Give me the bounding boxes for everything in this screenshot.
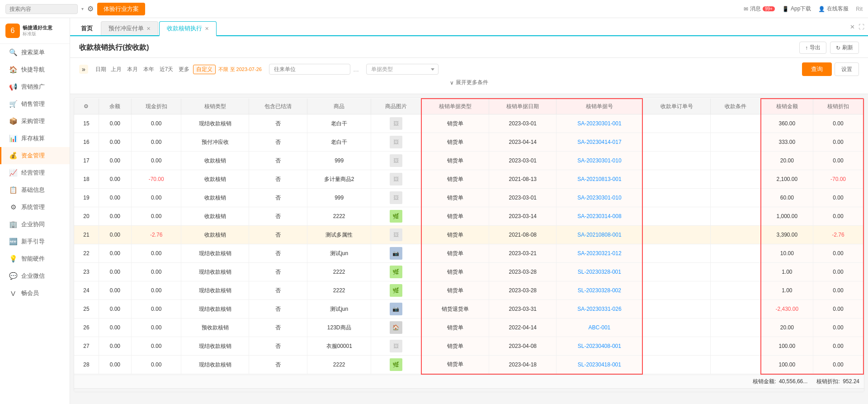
message-button[interactable]: ✉ 消息 99+	[744, 5, 775, 13]
online-service-button[interactable]: 👤 在线客服	[818, 5, 849, 13]
doc-link[interactable]: ABC-001	[589, 324, 611, 331]
doc-link[interactable]: SA-20230314-008	[577, 213, 621, 219]
tab-home[interactable]: 首页	[74, 22, 100, 35]
cell-doc_no[interactable]: SL-20230328-001	[557, 263, 643, 281]
cell-doc_no[interactable]: SA-20230314-008	[557, 207, 643, 226]
cell-cash_discount: 0.00	[131, 114, 181, 133]
sidebar-item-inventory[interactable]: 📊库存核算	[0, 130, 70, 147]
sidebar-item-corp[interactable]: 🏢企业协同	[0, 216, 70, 233]
cell-settings: 26	[74, 318, 99, 337]
cell-writeoff_discount: 0.00	[813, 263, 864, 281]
cell-doc_no[interactable]: SL-20230328-002	[557, 281, 643, 300]
doc-link[interactable]: SA-20210808-001	[577, 232, 621, 238]
doc-link[interactable]: SL-20230408-001	[578, 343, 621, 349]
cell-writeoff_discount: 0.00	[813, 114, 864, 133]
more-link[interactable]: 更多	[177, 65, 191, 74]
horizontal-scrollbar[interactable]	[74, 388, 864, 392]
sidebar-item-purchase[interactable]: 📦采购管理	[0, 113, 70, 130]
sidebar-logo: 6 畅捷通好生意 标准版	[0, 18, 70, 44]
doc-link[interactable]: SA-20230301-010	[577, 157, 621, 164]
cell-doc_no[interactable]: SA-20230301-001	[557, 114, 643, 133]
cell-writeoff_type: 预付冲应收	[181, 133, 249, 152]
cell-balance: 0.00	[99, 170, 131, 189]
cell-goods_img: 📷	[371, 300, 421, 318]
window-expand-icon[interactable]: ⛶	[859, 24, 864, 30]
doc-link[interactable]: SA-20230331-026	[577, 306, 621, 312]
service-icon: 👤	[818, 6, 825, 12]
cell-writeoff_type: 现结收款核销	[181, 114, 249, 133]
doc-link[interactable]: SA-20230301-010	[577, 195, 621, 201]
last7-link[interactable]: 近7天	[158, 65, 175, 74]
export-button[interactable]: ↑ 导出	[799, 42, 826, 54]
gear-button[interactable]: ⚙	[87, 5, 94, 13]
tab-close-prepay[interactable]: ✕	[146, 26, 151, 32]
cell-goods_img: 📷	[371, 244, 421, 263]
sidebar-item-quick-nav[interactable]: 🏠快捷导航	[0, 61, 70, 78]
this-month-link[interactable]: 本月	[125, 65, 140, 74]
cell-doc_no[interactable]: ABC-001	[557, 318, 643, 337]
query-button[interactable]: 查询	[802, 62, 832, 76]
cell-writeoff_discount: 0.00	[813, 152, 864, 170]
sidebar-item-system[interactable]: ⚙系统管理	[0, 199, 70, 216]
solution-button[interactable]: 体验行业方案	[97, 3, 145, 15]
sidebar-item-base[interactable]: 📋基础信息	[0, 181, 70, 199]
cell-include_settled: 否	[249, 207, 307, 226]
doc-type-select[interactable]: 单据类型	[366, 64, 439, 75]
cell-doc_no[interactable]: SA-20230331-026	[557, 300, 643, 318]
window-close-icon[interactable]: ✕	[850, 24, 855, 30]
from-unit-input[interactable]	[269, 64, 350, 75]
last-month-link[interactable]: 上月	[109, 65, 123, 74]
cell-include_settled: 否	[249, 114, 307, 133]
cell-doc_no[interactable]: SA-20230301-010	[557, 189, 643, 207]
cell-doc_no[interactable]: SA-20210813-001	[557, 170, 643, 189]
cell-doc_no[interactable]: SA-20210808-001	[557, 226, 643, 244]
tab-writeoff[interactable]: 收款核销执行 ✕	[159, 21, 217, 36]
doc-link[interactable]: SA-20210813-001	[577, 176, 621, 182]
filter-expand-icon[interactable]: »	[79, 65, 88, 74]
cell-doc_no[interactable]: SA-20230301-010	[557, 152, 643, 170]
doc-link[interactable]: SL-20230328-001	[578, 269, 621, 275]
user-info[interactable]: Rit	[856, 6, 863, 12]
cell-receipt_order	[642, 114, 710, 133]
sidebar-item-search[interactable]: 🔍搜索菜单	[0, 44, 70, 61]
cell-doc_no[interactable]: SA-20230321-012	[557, 244, 643, 263]
cell-goods_img: 🌿	[371, 263, 421, 281]
sidebar-item-sales[interactable]: 🛒销售管理	[0, 95, 70, 113]
doc-link[interactable]: SA-20230301-001	[577, 120, 621, 127]
settings-button[interactable]: 设置	[835, 62, 859, 76]
cell-settings: 15	[74, 114, 99, 133]
cell-doc_no[interactable]: SA-20230414-017	[557, 133, 643, 152]
doc-link[interactable]: SL-20230418-001	[578, 361, 621, 368]
sidebar-item-finance[interactable]: 💰资金管理	[0, 147, 70, 164]
doc-link[interactable]: SA-20230321-012	[577, 250, 621, 257]
cell-doc_date: 2023-03-01	[489, 189, 557, 207]
cell-doc_type: 销货单	[421, 207, 489, 226]
doc-link[interactable]: SA-20230414-017	[577, 139, 621, 145]
tab-close-writeoff[interactable]: ✕	[205, 26, 209, 32]
cell-balance: 0.00	[99, 189, 131, 207]
sidebar-item-guide[interactable]: 🆕新手引导	[0, 233, 70, 250]
doc-link[interactable]: SL-20230328-002	[578, 287, 621, 294]
expand-conditions[interactable]: ∨ 展开更多条件	[79, 76, 859, 89]
cell-writeoff_type: 现结收款核销	[181, 281, 249, 300]
sidebar-item-member[interactable]: V畅会员	[0, 285, 70, 302]
cell-doc_type: 销货单	[421, 133, 489, 152]
app-download-button[interactable]: 📱 App下载	[782, 5, 811, 13]
sidebar-item-wechat[interactable]: 💬企业微信	[0, 267, 70, 285]
cell-receipt_cond	[710, 244, 760, 263]
this-year-link[interactable]: 本年	[142, 65, 156, 74]
search-input[interactable]	[5, 4, 78, 14]
cell-receipt_cond	[710, 318, 760, 337]
sidebar-item-marketing[interactable]: 📢营销推广	[0, 78, 70, 95]
tab-prepay[interactable]: 预付冲应付单 ✕	[101, 21, 158, 35]
cell-doc_type: 销货单	[421, 114, 489, 133]
cell-balance: 0.00	[99, 244, 131, 263]
sidebar-item-hardware[interactable]: 💡智能硬件	[0, 250, 70, 267]
cell-doc_no[interactable]: SL-20230418-001	[557, 356, 643, 374]
custom-link[interactable]: 自定义	[193, 65, 216, 74]
refresh-button[interactable]: ↻ 刷新	[830, 42, 859, 54]
sidebar-label-base: 基础信息	[21, 186, 45, 194]
cell-doc_no[interactable]: SL-20230408-001	[557, 337, 643, 356]
sidebar-item-business[interactable]: 📈经营管理	[0, 164, 70, 181]
cell-include_settled: 否	[249, 263, 307, 281]
